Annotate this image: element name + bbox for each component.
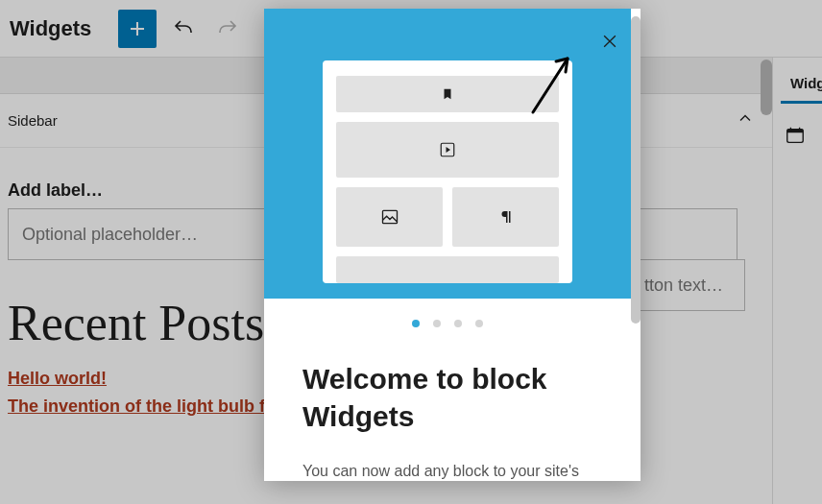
paragraph-icon [497,207,515,227]
redo-button[interactable] [210,12,245,46]
welcome-modal-body: You can now add any block to your site's [302,460,600,481]
scrollbar-thumb[interactable] [631,16,641,324]
calendar-icon[interactable] [785,125,822,150]
bookmark-icon [441,86,454,102]
add-block-button[interactable] [118,10,157,48]
svg-rect-1 [787,130,804,133]
image-icon [380,207,399,227]
arrow-icon [527,51,581,118]
chevron-up-icon [736,108,755,132]
welcome-modal-title: Welcome to block Widgets [302,360,600,435]
pagination-dots [264,320,631,327]
page-title: Widgets [10,16,91,41]
dot-3[interactable] [454,320,462,327]
dot-2[interactable] [433,320,441,327]
close-button[interactable] [600,32,619,55]
button-text-input[interactable]: tton text… [630,259,745,311]
play-icon [439,141,456,158]
modal-scrollbar[interactable] [631,9,641,481]
redo-icon [216,17,239,40]
undo-icon [172,17,195,40]
dot-1[interactable] [412,320,420,327]
inspector-tab-widgets[interactable]: Widgets [773,58,822,101]
close-icon [600,32,619,51]
tab-underline [781,101,822,104]
plus-icon [126,17,149,40]
svg-rect-5 [382,210,397,223]
undo-button[interactable] [166,12,201,46]
inspector-sidebar: Widgets [772,58,822,504]
widget-area-title: Sidebar [8,112,58,129]
dot-4[interactable] [475,320,483,327]
welcome-modal: Welcome to block Widgets You can now add… [264,9,641,481]
